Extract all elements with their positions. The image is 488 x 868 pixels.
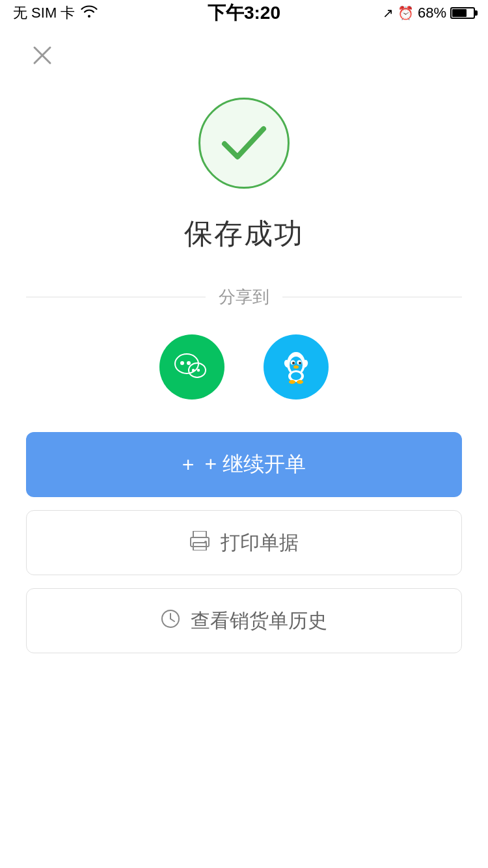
action-buttons: + + 继续开单 打印单据 查看销货单	[26, 432, 462, 653]
main-content: 保存成功 分享到	[0, 26, 488, 666]
close-button[interactable]	[26, 39, 59, 72]
svg-point-7	[197, 369, 200, 372]
success-circle	[198, 98, 290, 189]
share-divider: 分享到	[26, 286, 462, 308]
print-label: 打印单据	[221, 530, 299, 556]
svg-point-24	[204, 541, 207, 543]
wechat-share-button[interactable]	[159, 334, 224, 400]
divider-left	[26, 297, 206, 297]
location-icon: ↗	[383, 5, 394, 21]
continue-label: + 继续开单	[205, 450, 306, 479]
wifi-icon	[80, 5, 98, 21]
alarm-icon: ⏰	[398, 5, 414, 21]
svg-point-6	[192, 369, 195, 372]
svg-point-12	[292, 362, 295, 364]
svg-point-18	[291, 372, 301, 380]
divider-right	[282, 297, 462, 297]
clock-icon	[161, 609, 180, 633]
qq-share-button[interactable]	[264, 334, 329, 400]
success-section: 保存成功	[26, 98, 462, 253]
plus-icon: +	[182, 453, 195, 477]
svg-point-3	[180, 361, 184, 365]
svg-point-19	[289, 380, 295, 384]
share-section: 分享到	[26, 286, 462, 400]
success-title: 保存成功	[184, 215, 304, 253]
print-button[interactable]: 打印单据	[26, 510, 462, 575]
continue-button[interactable]: + + 继续开单	[26, 432, 462, 497]
wechat-icon	[173, 351, 211, 383]
status-left: 无 SIM 卡	[13, 3, 98, 23]
battery-fill	[452, 9, 467, 17]
svg-point-13	[299, 362, 301, 364]
share-icons	[26, 334, 462, 400]
sim-status: 无 SIM 卡	[13, 3, 75, 23]
status-right: ↗ ⏰ 68%	[383, 5, 475, 21]
battery-bar	[450, 7, 475, 19]
svg-point-4	[187, 361, 191, 365]
printer-icon	[189, 531, 210, 555]
status-time: 下午3:20	[208, 1, 280, 25]
svg-point-20	[297, 380, 303, 384]
svg-point-14	[293, 366, 299, 369]
svg-rect-21	[193, 531, 206, 537]
history-label: 查看销货单历史	[191, 608, 327, 634]
history-button[interactable]: 查看销货单历史	[26, 588, 462, 653]
checkmark-icon	[221, 126, 267, 161]
status-bar: 无 SIM 卡 下午3:20 ↗ ⏰ 68%	[0, 0, 488, 26]
svg-line-27	[170, 619, 174, 621]
qq-icon	[277, 348, 315, 386]
share-label: 分享到	[219, 286, 269, 308]
battery-percent: 68%	[418, 5, 446, 21]
